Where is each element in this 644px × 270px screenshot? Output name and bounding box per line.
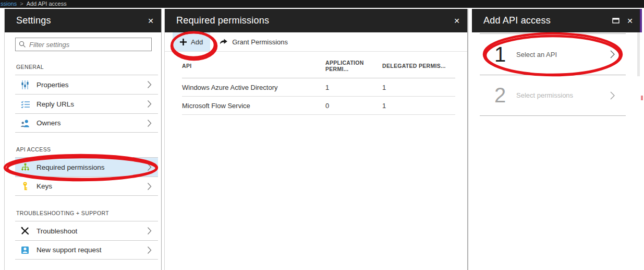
section-api-access-label: API ACCESS (15, 141, 158, 157)
breadcrumb-current: Add API access (27, 1, 67, 7)
org-chart-icon (20, 162, 30, 172)
scrollbar-thumb[interactable] (637, 32, 640, 76)
search-icon (19, 41, 26, 48)
chevron-right-icon (147, 80, 152, 89)
breadcrumb: ssions>Add API access (0, 0, 644, 8)
application-permissions-cell: 0 (325, 102, 382, 110)
tools-icon (20, 226, 30, 236)
section-troubleshooting: TROUBLESHOOTING + SUPPORT Troubleshoot (15, 205, 158, 260)
application-permissions-cell: 1 (325, 84, 382, 91)
step-select-an-api[interactable]: 1 Select an API (480, 33, 626, 75)
table-row[interactable]: Microsoft Flow Service 0 1 (182, 97, 455, 115)
sidebar-item-label: Owners (37, 119, 61, 127)
settings-blade-header: Settings ✕ (5, 9, 161, 32)
table-row[interactable]: Windows Azure Active Directory 1 1 (182, 78, 455, 97)
step-number: 2 (480, 84, 507, 107)
section-general: GENERAL Properties (15, 58, 158, 133)
chevron-right-icon (147, 100, 152, 108)
sidebar-item-label: Required permissions (37, 163, 105, 171)
table-header-row: API APPLICATION PERMI... DELEGATED PERMI… (182, 53, 455, 78)
chevron-right-icon (147, 227, 152, 235)
delegated-permissions-cell: 1 (382, 84, 455, 91)
chevron-right-icon (610, 91, 615, 100)
list-icon (20, 99, 30, 109)
chevron-right-icon (147, 246, 152, 254)
chevron-right-icon (610, 50, 615, 59)
breadcrumb-link[interactable]: ssions (1, 1, 17, 7)
section-general-label: GENERAL (15, 58, 158, 75)
chevron-right-icon (147, 119, 152, 127)
close-icon[interactable]: ✕ (627, 17, 633, 25)
accent-stripe (640, 9, 642, 32)
sidebar-item-reply-urls[interactable]: Reply URLs (15, 94, 158, 113)
edge-marker (641, 96, 643, 100)
required-permissions-blade-title: Required permissions (176, 15, 269, 26)
people-icon (20, 119, 30, 128)
add-button[interactable]: Add (173, 32, 210, 51)
filter-settings-input[interactable] (15, 38, 152, 51)
sidebar-item-label: New support request (37, 246, 102, 254)
column-header-delegated-permissions: DELEGATED PERMIS... (382, 63, 455, 69)
settings-blade-body: GENERAL Properties (5, 32, 161, 270)
sidebar-item-label: Troubleshoot (37, 227, 77, 235)
settings-blade-title: Settings (16, 15, 51, 26)
required-permissions-blade-body: Add Grant Permissions API APPLICATION PE… (165, 32, 467, 270)
maximize-icon[interactable] (612, 18, 619, 24)
step-select-permissions: 2 Select permissions (480, 75, 626, 116)
step-label: Select permissions (516, 91, 573, 99)
step-label: Select an API (516, 51, 557, 58)
settings-blade: Settings ✕ GENERAL Properties (4, 9, 162, 270)
add-api-access-blade-title: Add API access (483, 15, 551, 26)
add-api-access-blade-body: 1 Select an API 2 Select permissions (472, 32, 640, 270)
sidebar-item-properties[interactable]: Properties (15, 75, 158, 94)
required-permissions-blade: Required permissions ✕ Add Grant Permiss… (164, 9, 468, 270)
sidebar-item-label: Properties (37, 81, 69, 89)
column-header-application-permissions: APPLICATION PERMI... (325, 60, 382, 72)
grant-permissions-button[interactable]: Grant Permissions (212, 32, 295, 51)
sliders-icon (20, 80, 30, 89)
close-icon[interactable]: ✕ (148, 17, 154, 25)
sidebar-item-owners[interactable]: Owners (15, 113, 158, 133)
filter-settings-field[interactable] (29, 41, 148, 49)
step-number: 1 (480, 43, 507, 66)
sidebar-item-required-permissions[interactable]: Required permissions (15, 157, 158, 177)
add-api-access-blade: Add API access ✕ 1 Select an API 2 Selec… (472, 9, 640, 270)
sidebar-item-keys[interactable]: Keys (15, 177, 158, 196)
column-header-api: API (182, 63, 325, 69)
key-icon (20, 182, 30, 191)
required-permissions-blade-header: Required permissions ✕ (165, 9, 467, 32)
support-person-icon (20, 245, 30, 255)
api-name-cell: Windows Azure Active Directory (182, 84, 325, 91)
add-button-label: Add (191, 38, 203, 46)
chevron-right-icon (147, 163, 152, 171)
add-api-steps: 1 Select an API 2 Select permissions (480, 33, 626, 116)
add-api-access-blade-header: Add API access ✕ (472, 9, 640, 32)
close-icon[interactable]: ✕ (454, 17, 460, 25)
sidebar-item-troubleshoot[interactable]: Troubleshoot (15, 221, 158, 240)
permissions-toolbar: Add Grant Permissions (165, 32, 467, 52)
delegated-permissions-cell: 1 (382, 102, 455, 110)
breadcrumb-separator: > (20, 1, 23, 7)
grant-permissions-icon (220, 39, 228, 45)
sidebar-item-label: Reply URLs (37, 100, 74, 108)
sidebar-item-label: Keys (37, 182, 52, 190)
grant-permissions-button-label: Grant Permissions (232, 38, 288, 46)
section-api-access: API ACCESS Required permissions (15, 141, 158, 196)
sidebar-item-new-support-request[interactable]: New support request (15, 240, 158, 260)
api-name-cell: Microsoft Flow Service (182, 102, 325, 110)
chevron-right-icon (147, 182, 152, 191)
section-troubleshooting-label: TROUBLESHOOTING + SUPPORT (15, 205, 158, 221)
permissions-table: API APPLICATION PERMI... DELEGATED PERMI… (182, 53, 455, 115)
plus-icon (180, 39, 187, 45)
